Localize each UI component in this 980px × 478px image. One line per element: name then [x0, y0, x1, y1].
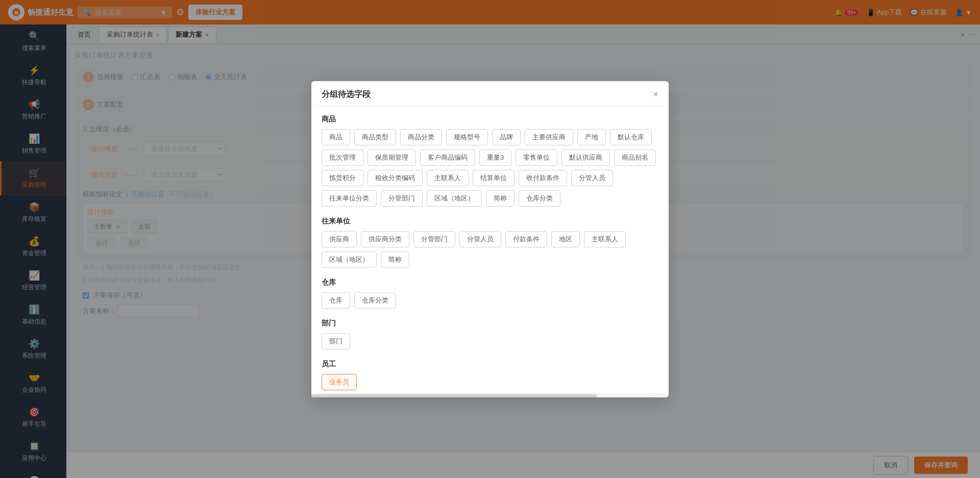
field-group-employee: 员工 业务员	[322, 360, 658, 390]
field-tag[interactable]: 零售单位	[516, 149, 557, 166]
field-tag[interactable]: 供应商	[322, 231, 357, 247]
field-group-warehouse-title: 仓库	[322, 278, 658, 287]
field-tag[interactable]: 付款条件	[505, 231, 547, 247]
field-group-department-title: 部门	[322, 319, 658, 328]
field-tag[interactable]: 分管部门	[381, 190, 423, 207]
field-tag[interactable]: 供应商分类	[361, 231, 409, 247]
field-tag[interactable]: 结算单位	[473, 170, 514, 186]
field-tags-employee: 业务员	[322, 374, 658, 390]
modal-header: 分组待选字段 ×	[311, 81, 669, 107]
field-tag[interactable]: 商品别名	[614, 149, 656, 166]
field-tag-employee[interactable]: 业务员	[322, 374, 357, 390]
field-group-department: 部门 部门	[322, 319, 658, 349]
field-group-warehouse: 仓库 仓库 仓库分类	[322, 278, 658, 309]
modal-hscroll-thumb	[311, 394, 597, 397]
modal-hscroll[interactable]	[311, 393, 669, 397]
field-group-goods-title: 商品	[322, 115, 658, 124]
field-tag[interactable]: 品牌	[492, 129, 521, 145]
modal-body: 商品 商品 商品类型 商品分类 规格型号 品牌 主要供应商 产地 默认仓库 批次…	[311, 107, 669, 393]
field-tag[interactable]: 批次管理	[322, 149, 363, 166]
field-tag[interactable]: 地区	[551, 231, 580, 247]
field-tag[interactable]: 主联系人	[427, 170, 469, 186]
field-tags-partner: 供应商 供应商分类 分管部门 分管人员 付款条件 地区 主联系人 区域（地区） …	[322, 231, 658, 268]
field-tag[interactable]: 保质期管理	[368, 149, 416, 166]
field-tag[interactable]: 仓库分类	[519, 190, 560, 207]
field-tag[interactable]: 重量3	[479, 149, 511, 166]
field-tag[interactable]: 税收分类编码	[368, 170, 423, 186]
field-tag[interactable]: 商品	[322, 129, 350, 145]
field-group-goods: 商品 商品 商品类型 商品分类 规格型号 品牌 主要供应商 产地 默认仓库 批次…	[322, 115, 658, 207]
field-tag[interactable]: 收付款条件	[519, 170, 567, 186]
field-tag[interactable]: 拣货积分	[322, 170, 363, 186]
field-tag[interactable]: 商品类型	[354, 129, 396, 145]
field-tag[interactable]: 主要供应商	[525, 129, 573, 145]
field-tag[interactable]: 简称	[381, 251, 409, 268]
field-tag[interactable]: 区域（地区）	[427, 190, 482, 207]
field-tag[interactable]: 往来单位分类	[322, 190, 377, 207]
field-tag[interactable]: 分管人员	[459, 231, 501, 247]
field-tag[interactable]: 产地	[577, 129, 606, 145]
field-tag[interactable]: 简称	[486, 190, 514, 207]
modal-close-button[interactable]: ×	[653, 89, 658, 100]
field-tag[interactable]: 区域（地区）	[322, 251, 377, 268]
field-tag[interactable]: 部门	[322, 333, 350, 349]
field-tag[interactable]: 分管人员	[571, 170, 613, 186]
modal: 分组待选字段 × 商品 商品 商品类型 商品分类 规格型号 品牌 主要供应商 产…	[311, 81, 669, 397]
field-tags-department: 部门	[322, 333, 658, 349]
field-tags-warehouse: 仓库 仓库分类	[322, 292, 658, 309]
field-group-partner-title: 往来单位	[322, 217, 658, 226]
field-tag[interactable]: 规格型号	[446, 129, 488, 145]
field-tags-goods: 商品 商品类型 商品分类 规格型号 品牌 主要供应商 产地 默认仓库 批次管理 …	[322, 129, 658, 207]
field-tag[interactable]: 分管部门	[413, 231, 455, 247]
field-tag[interactable]: 主联系人	[584, 231, 626, 247]
field-group-employee-title: 员工	[322, 360, 658, 369]
field-group-partner: 往来单位 供应商 供应商分类 分管部门 分管人员 付款条件 地区 主联系人 区域…	[322, 217, 658, 268]
modal-title: 分组待选字段	[322, 89, 371, 100]
field-tag[interactable]: 商品分类	[400, 129, 442, 145]
modal-overlay: 分组待选字段 × 商品 商品 商品类型 商品分类 规格型号 品牌 主要供应商 产…	[0, 0, 980, 478]
field-tag[interactable]: 仓库	[322, 292, 350, 309]
field-tag[interactable]: 默认供应商	[561, 149, 610, 166]
field-tag[interactable]: 仓库分类	[354, 292, 396, 309]
field-tag[interactable]: 默认仓库	[610, 129, 652, 145]
field-tag[interactable]: 客户商品编码	[420, 149, 475, 166]
